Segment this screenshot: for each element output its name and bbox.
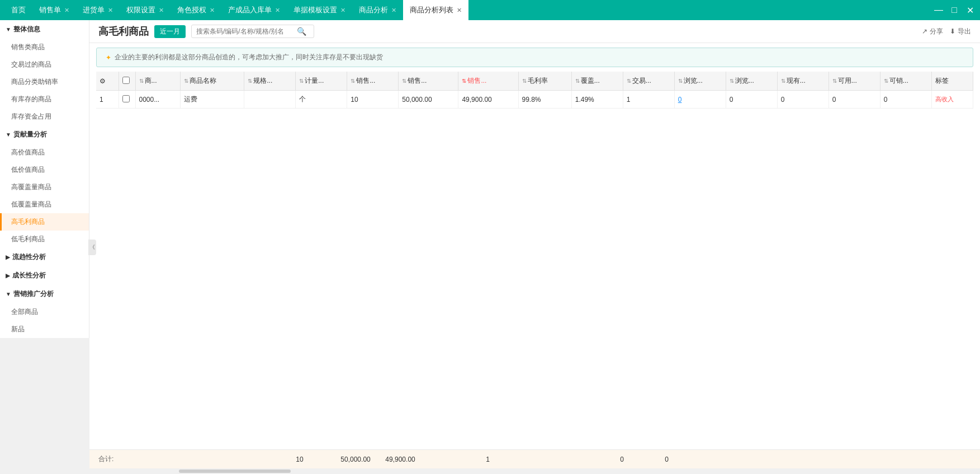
search-box: 🔍 <box>191 25 314 38</box>
col-sellable[interactable]: ⇅可销... <box>880 72 931 91</box>
export-icon: ⬇ <box>950 27 955 35</box>
tag-label: 高收入 <box>935 96 954 102</box>
col-current[interactable]: ⇅现有... <box>777 72 828 91</box>
sidebar-item-traded-goods[interactable]: 交易过的商品 <box>0 56 89 73</box>
col-available[interactable]: ⇅可用... <box>828 72 880 91</box>
col-trade[interactable]: ⇅交易... <box>623 72 674 91</box>
nav-item-home[interactable]: 首页 <box>4 0 32 20</box>
sidebar-item-sales-goods[interactable]: 销售类商品 <box>0 39 89 56</box>
nav-item-sales[interactable]: 销售单 ✕ <box>32 0 76 20</box>
search-icon[interactable]: 🔍 <box>297 27 306 36</box>
cell-browse1[interactable]: 0 <box>674 91 726 109</box>
top-nav: 首页 销售单 ✕ 进货单 ✕ 权限设置 ✕ 角色授权 ✕ 产成品入库单 ✕ 单据… <box>0 0 980 20</box>
col-code[interactable]: ⇅商... <box>135 72 180 91</box>
nav-item-inbound[interactable]: 产成品入库单 ✕ <box>221 0 287 20</box>
col-spec[interactable]: ⇅规格... <box>244 72 296 91</box>
main-container: ▼ 整体信息 销售类商品 交易过的商品 商品分类助销率 有库存的商品 库存资金占… <box>0 20 980 474</box>
horizontal-scrollbar[interactable] <box>89 468 980 474</box>
close-icon[interactable]: ✕ <box>159 7 164 14</box>
col-coverage[interactable]: ⇅覆盖... <box>571 72 623 91</box>
cell-name: 运费 <box>180 91 244 109</box>
footer-label: 合计: <box>98 454 113 464</box>
nav-item-templates[interactable]: 单据模板设置 ✕ <box>287 0 352 20</box>
col-gross-rate[interactable]: ⇅毛利率 <box>518 72 571 91</box>
close-button[interactable]: ✕ <box>964 4 976 16</box>
col-sales1[interactable]: ⇅销售... <box>347 72 399 91</box>
nav-item-permissions[interactable]: 权限设置 ✕ <box>120 0 171 20</box>
close-icon[interactable]: ✕ <box>64 7 69 14</box>
footer-sales1: 10 <box>292 456 337 463</box>
sidebar-group-overall[interactable]: ▼ 整体信息 <box>0 20 89 39</box>
select-all-checkbox[interactable] <box>122 77 130 84</box>
cell-sales3: 49,900.00 <box>458 91 518 109</box>
cell-coverage: 1.49% <box>571 91 623 109</box>
close-icon[interactable]: ✕ <box>457 7 462 14</box>
settings-icon[interactable]: ⚙ <box>100 77 106 85</box>
sidebar-item-new-goods[interactable]: 新品 <box>0 321 89 338</box>
col-browse2[interactable]: ⇅浏览... <box>726 72 777 91</box>
sidebar-item-in-stock[interactable]: 有库存的商品 <box>0 91 89 108</box>
window-controls: — □ ✕ <box>933 4 976 16</box>
sidebar-group-contribution[interactable]: ▼ 贡献量分析 <box>0 125 89 144</box>
chevron-down-icon: ▼ <box>6 291 11 297</box>
sidebar-item-all-goods[interactable]: 全部商品 <box>0 303 89 321</box>
export-button[interactable]: ⬇ 导出 <box>950 27 971 36</box>
chevron-right-icon: ▶ <box>6 273 10 279</box>
footer-available: 0 <box>661 456 706 463</box>
time-filter-button[interactable]: 近一月 <box>154 25 186 38</box>
col-unit[interactable]: ⇅计量... <box>296 72 347 91</box>
col-sales2[interactable]: ⇅销售... <box>399 72 458 91</box>
col-name[interactable]: ⇅商品名称 <box>180 72 244 91</box>
nav-item-analytics[interactable]: 商品分析 ✕ <box>352 0 403 20</box>
cell-gross-rate: 99.8% <box>518 91 571 109</box>
header-actions: ↗ 分享 ⬇ 导出 <box>922 27 971 36</box>
row-checkbox[interactable] <box>122 95 130 102</box>
sidebar-item-low-coverage[interactable]: 低覆盖量商品 <box>0 196 89 213</box>
cell-checkbox <box>119 91 135 109</box>
sidebar-item-low-value[interactable]: 低价值商品 <box>0 161 89 179</box>
nav-item-analytics-list[interactable]: 商品分析列表 ✕ <box>403 0 468 20</box>
chevron-down-icon: ▼ <box>6 26 11 32</box>
search-input[interactable] <box>196 27 297 35</box>
nav-item-purchase[interactable]: 进货单 ✕ <box>76 0 120 20</box>
sidebar-item-low-margin[interactable]: 低毛利商品 <box>0 231 89 248</box>
col-browse1[interactable]: ⇅浏览... <box>674 72 726 91</box>
chevron-down-icon: ▼ <box>6 132 11 138</box>
close-icon[interactable]: ✕ <box>210 7 215 14</box>
cell-sales2: 50,000.00 <box>399 91 458 109</box>
close-icon[interactable]: ✕ <box>340 7 345 14</box>
footer-sales2: 50,000.00 <box>337 456 382 463</box>
sidebar-item-high-value[interactable]: 高价值商品 <box>0 144 89 161</box>
minimize-button[interactable]: — <box>933 4 944 16</box>
cell-sellable: 0 <box>880 91 931 109</box>
cell-tag: 高收入 <box>931 91 973 109</box>
col-settings[interactable]: ⚙ <box>96 72 119 91</box>
cell-unit: 个 <box>296 91 347 109</box>
sidebar-group-growth[interactable]: ▶ 成长性分析 <box>0 266 89 285</box>
collapse-sidebar-button[interactable]: 《 <box>88 240 96 255</box>
close-icon[interactable]: ✕ <box>275 7 280 14</box>
cell-sales1: 10 <box>347 91 399 109</box>
sidebar-wrapper: ▼ 整体信息 销售类商品 交易过的商品 商品分类助销率 有库存的商品 库存资金占… <box>0 20 89 474</box>
chevron-right-icon: ▶ <box>6 254 10 260</box>
sidebar-group-trend[interactable]: ▶ 流趋性分析 <box>0 248 89 266</box>
content-area: 高毛利商品 近一月 🔍 ↗ 分享 ⬇ 导出 <box>89 20 980 474</box>
sidebar-item-category-rate[interactable]: 商品分类助销率 <box>0 73 89 91</box>
close-icon[interactable]: ✕ <box>108 7 113 14</box>
close-icon[interactable]: ✕ <box>391 7 396 14</box>
sidebar-item-high-coverage[interactable]: 高覆盖量商品 <box>0 179 89 196</box>
cell-trade: 1 <box>623 91 674 109</box>
scrollbar-thumb[interactable] <box>179 470 291 473</box>
nav-item-roles[interactable]: 角色授权 ✕ <box>171 0 221 20</box>
share-button[interactable]: ↗ 分享 <box>922 27 943 36</box>
sidebar-item-high-margin[interactable]: 高毛利商品 <box>0 213 89 231</box>
footer-current: 0 <box>617 456 661 463</box>
cell-browse2: 0 <box>726 91 777 109</box>
col-sales3[interactable]: ⇅销售... <box>458 72 518 91</box>
maximize-button[interactable]: □ <box>949 4 960 16</box>
cell-spec <box>244 91 296 109</box>
col-tag: 标签 <box>931 72 973 91</box>
share-icon: ↗ <box>922 27 927 35</box>
sidebar-item-stock-capital[interactable]: 库存资金占用 <box>0 108 89 125</box>
sidebar-group-marketing[interactable]: ▼ 营销推广分析 <box>0 285 89 303</box>
